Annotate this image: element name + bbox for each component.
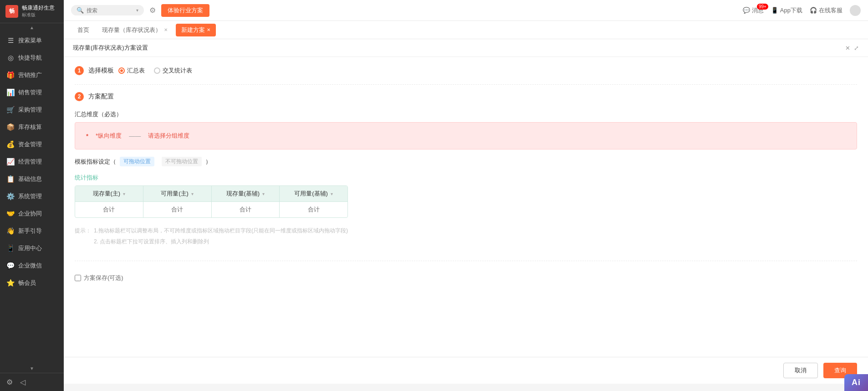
user-avatar[interactable] bbox=[850, 5, 861, 16]
trial-button[interactable]: 体验行业方案 bbox=[161, 4, 209, 17]
radio-summary-label: 汇总表 bbox=[127, 67, 145, 75]
draggable-tag: 可拖动位置 bbox=[120, 157, 154, 166]
member-icon: ⭐ bbox=[6, 279, 15, 287]
app-download-button[interactable]: 📱 App下载 bbox=[771, 6, 802, 15]
tab-inventory-close[interactable]: ✕ bbox=[164, 27, 168, 32]
sidebar-scroll-down[interactable]: ▼ bbox=[0, 364, 64, 373]
template-radio-group: 汇总表 交叉统计表 bbox=[118, 67, 192, 75]
radio-summary[interactable]: 汇总表 bbox=[118, 67, 145, 75]
stats-col-header-1[interactable]: 现存量(主) ▾ bbox=[75, 186, 143, 201]
col3-label: 现存量(基辅) bbox=[226, 190, 260, 198]
expand-panel-icon[interactable]: ⤢ bbox=[854, 45, 859, 51]
sidebar-item-finance[interactable]: 💰 资金管理 bbox=[0, 136, 64, 153]
tab-new-close[interactable]: ✕ bbox=[207, 27, 210, 32]
sound-icon[interactable]: ◁ bbox=[20, 378, 26, 386]
avatar-placeholder bbox=[850, 5, 861, 16]
messages-button[interactable]: 💬 消息 99+ bbox=[743, 6, 764, 15]
dimension-placeholder[interactable]: 请选择分组维度 bbox=[148, 132, 189, 140]
app-download-label: App下载 bbox=[780, 6, 802, 15]
radio-cross-label: 交叉统计表 bbox=[163, 67, 192, 75]
sidebar-item-operations[interactable]: 📈 经营管理 bbox=[0, 153, 64, 170]
tab-inventory-status[interactable]: 现存量（库存状况表） ✕ bbox=[96, 21, 174, 39]
sidebar-item-search-menu[interactable]: ☰ 搜索菜单 bbox=[0, 32, 64, 49]
close-panel-icon[interactable]: ✕ bbox=[845, 45, 850, 51]
gear-button[interactable]: ⚙ bbox=[149, 6, 156, 15]
tab-home[interactable]: 首页 bbox=[71, 21, 96, 39]
search-input[interactable] bbox=[87, 7, 133, 14]
basic-info-icon: 📋 bbox=[6, 175, 15, 183]
stats-col-header-3[interactable]: 现存量(基辅) ▾ bbox=[212, 186, 280, 201]
search-menu-icon: ☰ bbox=[6, 36, 15, 45]
sidebar: 畅 畅康通好生意 标准版 ▲ ☰ 搜索菜单 ◎ 快捷导航 🎁 营销推广 📊 销售… bbox=[0, 0, 64, 391]
col1-arrow: ▾ bbox=[123, 191, 125, 196]
sidebar-item-label: 销售管理 bbox=[18, 88, 42, 97]
marketing-icon: 🎁 bbox=[6, 71, 15, 79]
sidebar-item-basic-info[interactable]: 📋 基础信息 bbox=[0, 170, 64, 188]
sidebar-item-app-center[interactable]: 📱 应用中心 bbox=[0, 240, 64, 257]
tip-text-2: 2. 点击标题栏下拉可设置排序、插入列和删除列 bbox=[94, 236, 209, 247]
footer-bar: 取消 查询 bbox=[64, 357, 868, 384]
save-label: 方案保存(可选) bbox=[84, 274, 123, 282]
indicator-settings-label: 模板指标设定（ 可拖动位置 不可拖动位置 ） bbox=[75, 157, 857, 166]
step2-title: 方案配置 bbox=[88, 93, 114, 101]
sidebar-item-sales[interactable]: 📊 销售管理 bbox=[0, 84, 64, 101]
online-service-label: 在线客服 bbox=[819, 6, 842, 15]
online-service-button[interactable]: 🎧 在线客服 bbox=[810, 6, 842, 15]
sidebar-item-label: 快捷导航 bbox=[18, 54, 42, 62]
operations-icon: 📈 bbox=[6, 158, 15, 166]
stats-cell-2: 合计 bbox=[143, 202, 212, 217]
sidebar-logo: 畅 畅康通好生意 标准版 bbox=[0, 0, 64, 23]
sidebar-item-label: 系统管理 bbox=[18, 192, 42, 201]
settings-icon[interactable]: ⚙ bbox=[6, 378, 13, 386]
app-download-icon: 📱 bbox=[771, 7, 778, 14]
sidebar-item-enterprise[interactable]: 🤝 企业协同 bbox=[0, 205, 64, 222]
sidebar-nav: ☰ 搜索菜单 ◎ 快捷导航 🎁 营销推广 📊 销售管理 🛒 采购管理 📦 库存核… bbox=[0, 32, 64, 364]
col4-label: 可用量(基辅) bbox=[294, 190, 328, 198]
tab-inventory-label: 现存量（库存状况表） bbox=[102, 26, 161, 34]
search-dropdown-arrow[interactable]: ▾ bbox=[136, 8, 138, 13]
sidebar-item-label: 营销推广 bbox=[18, 71, 42, 79]
sidebar-scroll-up[interactable]: ▲ bbox=[0, 23, 64, 32]
tip-line-1: 提示： 1.拖动标题栏可以调整布局，不可跨维度或指标区域拖动栏目字段(只能在同一… bbox=[75, 225, 857, 236]
header-right: 💬 消息 99+ 📱 App下载 🎧 在线客服 bbox=[743, 5, 861, 16]
quick-nav-icon: ◎ bbox=[6, 54, 15, 62]
sidebar-item-marketing[interactable]: 🎁 营销推广 bbox=[0, 67, 64, 84]
sidebar-item-label: 资金管理 bbox=[18, 140, 42, 149]
search-bar[interactable]: 🔍 ▾ bbox=[71, 5, 144, 15]
tip-prefix: 提示： bbox=[75, 225, 91, 236]
step1-title: 选择模板 bbox=[88, 67, 114, 75]
sales-icon: 📊 bbox=[6, 88, 15, 97]
page-title: 现存量(库存状况表)方案设置 bbox=[73, 44, 148, 52]
save-checkbox[interactable] bbox=[75, 275, 81, 281]
sidebar-item-new-guide[interactable]: 👋 新手引导 bbox=[0, 222, 64, 240]
tab-new-scheme[interactable]: 新建方案 ✕ bbox=[176, 24, 216, 36]
stats-col-header-2[interactable]: 可用量(主) ▾ bbox=[143, 186, 212, 201]
headset-icon: 🎧 bbox=[810, 7, 817, 14]
sidebar-item-weixin[interactable]: 💬 企业微信 bbox=[0, 257, 64, 274]
sidebar-item-label: 新手引导 bbox=[18, 227, 42, 235]
content-area: 现存量(库存状况表)方案设置 ✕ ⤢ 1 选择模板 汇总表 交叉统计表 bbox=[64, 39, 868, 391]
sidebar-item-quick-nav[interactable]: ◎ 快捷导航 bbox=[0, 49, 64, 67]
ai-badge[interactable]: Ai bbox=[844, 374, 868, 391]
message-count: 99+ bbox=[757, 4, 768, 10]
app-center-icon: 📱 bbox=[6, 244, 15, 252]
dimension-label: 汇总维度（必选） bbox=[75, 110, 857, 118]
sidebar-item-system[interactable]: ⚙️ 系统管理 bbox=[0, 188, 64, 205]
radio-summary-dot bbox=[118, 67, 125, 74]
inventory-icon: 📦 bbox=[6, 123, 15, 131]
dimension-box: * *纵向维度 —— 请选择分组维度 bbox=[75, 122, 857, 149]
new-guide-icon: 👋 bbox=[6, 227, 15, 235]
stats-col-header-4[interactable]: 可用量(基辅) ▾ bbox=[280, 186, 347, 201]
dimension-row: * *纵向维度 —— 请选择分组维度 bbox=[86, 132, 846, 140]
sidebar-footer: ⚙ ◁ bbox=[0, 373, 64, 391]
dimension-dash: —— bbox=[129, 133, 141, 139]
cancel-button[interactable]: 取消 bbox=[783, 363, 818, 378]
radio-cross[interactable]: 交叉统计表 bbox=[154, 67, 192, 75]
logo-icon: 畅 bbox=[5, 5, 18, 18]
main-panel: 1 选择模板 汇总表 交叉统计表 2 方案配置 bbox=[64, 57, 868, 357]
sidebar-item-inventory[interactable]: 📦 库存核算 bbox=[0, 118, 64, 136]
sidebar-item-purchase[interactable]: 🛒 采购管理 bbox=[0, 101, 64, 118]
app-name: 畅康通好生意 bbox=[22, 5, 55, 12]
sidebar-item-member[interactable]: ⭐ 畅会员 bbox=[0, 274, 64, 292]
top-header: 🔍 ▾ ⚙ 体验行业方案 💬 消息 99+ 📱 App下载 🎧 在线客服 bbox=[64, 0, 868, 21]
